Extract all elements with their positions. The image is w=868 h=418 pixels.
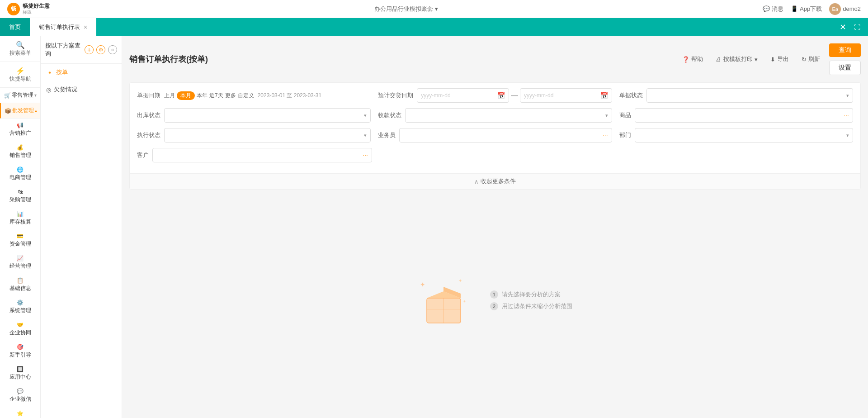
expected-date-start[interactable]: yyyy-mm-dd 📅 <box>417 88 509 103</box>
date-tab-7days[interactable]: 近7天 <box>209 92 223 100</box>
logo-text: 畅捷好生意 标版 <box>23 3 50 14</box>
sidebar-item-label-basic: 基础信息 <box>9 285 31 292</box>
inventory-icon: 📊 <box>17 211 24 217</box>
print-btn[interactable]: 🖨 按模板打印 ▾ <box>712 53 761 65</box>
close-tab-icon[interactable]: × <box>84 24 87 31</box>
sidebar-item-ecommerce[interactable]: 🌐 电商管理 <box>0 163 40 185</box>
date-tab-this-year[interactable]: 本年 <box>197 92 208 100</box>
help-btn[interactable]: ❓ 帮助 <box>679 53 707 65</box>
goods-field[interactable]: ··· <box>635 108 853 123</box>
date-tab-last-month[interactable]: 上月 <box>164 92 175 100</box>
left-panel-item-arrears[interactable]: ◎ 欠货情况 <box>41 81 122 98</box>
refresh-btn[interactable]: ↻ 刷新 <box>798 53 824 65</box>
sidebar-item-guide[interactable]: 🎯 新手引导 <box>0 340 40 362</box>
sidebar-item-basic[interactable]: 📋 基础信息 <box>0 274 40 296</box>
marketing-icon: 📢 <box>17 122 24 128</box>
empty-step1-text: 请先选择要分析的方案 <box>502 290 561 299</box>
home-tab[interactable]: 首页 <box>0 18 30 36</box>
sidebar-group-wholesale[interactable]: 📦 批发管理 ▴ <box>0 103 40 119</box>
close-window-btn[interactable]: ✕ <box>837 22 848 33</box>
user-area[interactable]: Ea demo2 <box>829 3 861 15</box>
top-menu[interactable]: 办公用品行业模拟账套 ▾ <box>374 5 438 13</box>
query-btn[interactable]: 查询 <box>829 43 861 57</box>
messages-btn[interactable]: 💬 消息 <box>763 5 783 13</box>
status-select[interactable]: ▾ <box>646 88 853 103</box>
settings-btn[interactable]: 设置 <box>829 61 861 75</box>
sidebar-item-wechat[interactable]: 💬 企业微信 <box>0 385 40 407</box>
sidebar-item-enterprise[interactable]: 🤝 企业协同 <box>0 318 40 340</box>
date-label: 单据日期 <box>137 91 160 100</box>
settings-scheme-btn[interactable]: ⚙ <box>96 45 105 54</box>
messages-label: 消息 <box>772 5 783 13</box>
sidebar-item-operations[interactable]: 📈 经营管理 <box>0 252 40 274</box>
goods-label: 商品 <box>619 111 631 119</box>
execution-label: 执行状态 <box>137 131 160 139</box>
collapse-panel-btn[interactable]: « <box>108 45 117 54</box>
export-btn[interactable]: ⬇ 导出 <box>767 53 793 65</box>
salesperson-field[interactable]: ··· <box>399 128 612 142</box>
delivery-select[interactable]: ▾ <box>164 108 371 123</box>
empty-step2-text: 用过滤条件来缩小分析范围 <box>502 302 572 310</box>
sidebar-item-sales[interactable]: 💰 销售管理 <box>0 141 40 163</box>
sidebar-item-inventory[interactable]: 📊 库存核算 <box>0 207 40 229</box>
refresh-icon: ↻ <box>802 56 807 63</box>
customer-field[interactable]: ··· <box>152 148 372 162</box>
execution-group: 执行状态 ▾ <box>137 128 371 142</box>
department-group: 部门 ▾ <box>619 128 853 142</box>
sidebar-item-label-wechat: 企业微信 <box>9 395 31 403</box>
collapse-bar[interactable]: ∧ 收起更多条件 <box>130 173 860 189</box>
sidebar-item-system[interactable]: ⚙️ 系统管理 <box>0 296 40 318</box>
tab-bar: 首页 销售订单执行表 × ✕ ⛶ <box>0 18 868 36</box>
left-panel-item-order[interactable]: 🔸 按单 <box>41 64 122 81</box>
sidebar-item-label-ecommerce: 电商管理 <box>9 174 31 181</box>
page-title: 销售订单执行表(按单) <box>129 54 208 65</box>
left-panel-header: 按以下方案查询 + ⚙ « <box>41 36 122 64</box>
empty-illustration: ✦ ✦ ✦ <box>418 273 472 328</box>
svg-text:✦: ✦ <box>420 281 425 288</box>
sidebar-item-member[interactable]: ⭐ 畅会员 <box>0 407 40 418</box>
department-select[interactable]: ▾ <box>635 128 853 142</box>
expected-date-range: yyyy-mm-dd 📅 — yyyy-mm-dd 📅 <box>417 88 612 103</box>
sidebar-item-label-guide: 新手引导 <box>9 351 31 359</box>
date-tab-this-month[interactable]: 本月 <box>177 91 195 100</box>
app-download-btn[interactable]: 📱 App下载 <box>791 5 822 13</box>
page-actions: ❓ 帮助 🖨 按模板打印 ▾ ⬇ 导出 ↻ 刷新 <box>679 43 861 75</box>
sidebar-item-label-purchase: 采购管理 <box>9 196 31 204</box>
avatar: Ea <box>829 3 841 15</box>
print-icon: 🖨 <box>716 56 722 63</box>
payment-label: 收款状态 <box>378 111 401 119</box>
expected-date-end[interactable]: yyyy-mm-dd 📅 <box>520 88 612 103</box>
collapse-label: 收起更多条件 <box>481 177 516 185</box>
sidebar-search[interactable]: 🔍 搜索菜单 <box>0 36 40 62</box>
sidebar-group-retail[interactable]: 🛒 零售管理 ▾ <box>0 88 40 103</box>
payment-arrow: ▾ <box>605 113 608 119</box>
execution-select[interactable]: ▾ <box>164 128 371 142</box>
sidebar-nav[interactable]: ⚡ 快捷导航 <box>0 62 40 88</box>
empty-step-2: 2 用过滤条件来缩小分析范围 <box>490 302 572 310</box>
department-arrow: ▾ <box>846 133 849 138</box>
sidebar-item-finance[interactable]: 💳 资金管理 <box>0 229 40 252</box>
filter-section: 单据日期 上月 本月 本年 近7天 更多 自定义 2023-03-01 至 20… <box>129 82 861 190</box>
action-btns: 查询 设置 <box>829 43 861 75</box>
status-group: 单据状态 ▾ <box>619 88 853 103</box>
goods-group: 商品 ··· <box>619 108 853 123</box>
expected-date-group: 预计交货日期 yyyy-mm-dd 📅 — yyyy-mm-dd 📅 <box>378 88 612 103</box>
empty-state: ✦ ✦ ✦ 1 请先选择要分析的方案 2 用过滤条件来缩小分析范围 <box>129 190 861 411</box>
arrears-icon: ◎ <box>46 86 51 93</box>
main-layout: 🔍 搜索菜单 ⚡ 快捷导航 🛒 零售管理 ▾ 📦 批发管理 ▴ 📢 营销推广 💰… <box>0 36 868 418</box>
department-label: 部门 <box>619 131 631 139</box>
filter-row-4: 客户 ··· <box>137 148 853 162</box>
sidebar-item-icon-wholesale: 📦 <box>5 108 11 114</box>
guide-icon: 🎯 <box>17 344 24 350</box>
sidebar-item-purchase[interactable]: 🛍 采购管理 <box>0 185 40 207</box>
maximize-btn[interactable]: ⛶ <box>852 22 863 33</box>
add-scheme-btn[interactable]: + <box>85 45 94 54</box>
sidebar-item-appcenter[interactable]: 🔲 应用中心 <box>0 362 40 385</box>
date-tab-custom[interactable]: 自定义 <box>238 92 254 100</box>
date-tab-more[interactable]: 更多 <box>225 92 236 100</box>
payment-select[interactable]: ▾ <box>405 108 612 123</box>
app-download-label: App下载 <box>800 5 822 13</box>
sidebar-item-marketing[interactable]: 📢 营销推广 <box>0 119 40 141</box>
active-tab[interactable]: 销售订单执行表 × <box>30 18 96 36</box>
empty-svg: ✦ ✦ ✦ <box>418 273 472 328</box>
